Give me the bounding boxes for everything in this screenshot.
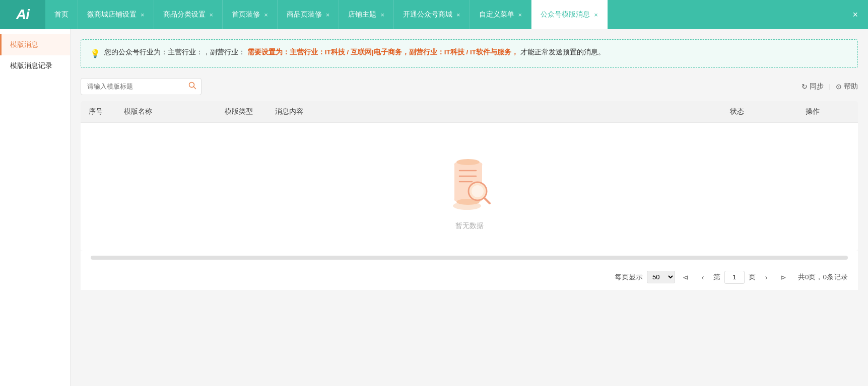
divider: | (829, 83, 831, 90)
page-last-button[interactable]: ⊳ (777, 271, 790, 284)
svg-point-3 (456, 159, 480, 165)
nav-tab-template-message[interactable]: 公众号模版消息 × (531, 0, 608, 29)
svg-line-1 (194, 87, 196, 89)
nav-tab-home[interactable]: 首页 (45, 0, 78, 29)
search-input-wrapper (81, 78, 202, 95)
table-col-type: 模版类型 (217, 101, 267, 123)
page-first-button[interactable]: ⊲ (679, 271, 692, 284)
svg-line-8 (484, 197, 490, 203)
close-icon[interactable]: × (141, 11, 145, 19)
page-label-post: 页 (749, 273, 756, 282)
close-all-button[interactable]: × (842, 10, 868, 20)
nav-tab-custom-menu[interactable]: 自定义菜单 × (470, 0, 532, 29)
pagination: 每页显示 50 10 20 100 ⊲ ‹ 第 页 › ⊳ 共0页，0条记录 (81, 265, 858, 290)
sidebar-item-template-message[interactable]: 模版消息 (0, 34, 70, 55)
help-icon: ⊙ (836, 83, 842, 91)
page-number-input[interactable] (724, 271, 745, 284)
sync-icon: ↻ (802, 83, 808, 91)
nav-tab-product-decor[interactable]: 商品页装修 × (278, 0, 340, 29)
page-next-button[interactable]: › (760, 271, 773, 284)
per-page-select[interactable]: 50 10 20 100 (647, 271, 675, 283)
scrollbar-row (81, 251, 858, 265)
top-nav: Ai 首页 微商城店铺设置 × 商品分类设置 × 首页装修 × 商品页装修 × … (0, 0, 868, 29)
empty-illustration (439, 153, 500, 213)
data-table: 序号 模版名称 模版类型 消息内容 状态 操作 (81, 101, 858, 251)
empty-state-row: 暂无数据 (81, 122, 858, 251)
svg-point-10 (472, 185, 484, 197)
empty-state: 暂无数据 (81, 123, 858, 251)
nav-tab-category-settings[interactable]: 商品分类设置 × (154, 0, 223, 29)
search-input[interactable] (81, 78, 202, 95)
help-button[interactable]: ⊙ 帮助 (836, 82, 858, 91)
close-icon[interactable]: × (380, 11, 384, 19)
table-col-content: 消息内容 (267, 101, 722, 123)
close-icon[interactable]: × (594, 11, 598, 19)
close-icon[interactable]: × (264, 11, 268, 19)
content-area: 💡 您的公众号行业为：主营行业：，副营行业： 需要设置为：主营行业：IT科技 /… (71, 29, 868, 386)
table-col-name: 模版名称 (116, 101, 217, 123)
horizontal-scrollbar[interactable] (91, 256, 848, 260)
close-icon[interactable]: × (210, 11, 214, 19)
page-total: 共0页，0条记录 (798, 273, 848, 282)
sidebar: 模版消息 模版消息记录 (0, 29, 71, 386)
page-label-pre: 第 (713, 273, 720, 282)
search-bar: ↻ 同步 | ⊙ 帮助 (81, 78, 858, 95)
per-page-label: 每页显示 (615, 273, 643, 282)
page-prev-button[interactable]: ‹ (696, 271, 709, 284)
table-col-action: 操作 (797, 101, 858, 123)
table-col-seq: 序号 (81, 101, 116, 123)
brand-logo: Ai (0, 0, 45, 29)
sync-button[interactable]: ↻ 同步 (802, 82, 824, 91)
nav-tab-home-decor[interactable]: 首页装修 × (223, 0, 278, 29)
main-layout: 模版消息 模版消息记录 💡 您的公众号行业为：主营行业：，副营行业： 需要设置为… (0, 29, 868, 386)
nav-tab-store-theme[interactable]: 店铺主题 × (339, 0, 394, 29)
notice-icon: 💡 (90, 47, 100, 60)
table-col-status: 状态 (722, 101, 797, 123)
nav-tab-open-mall[interactable]: 开通公众号商城 × (394, 0, 470, 29)
nav-tab-shop-settings[interactable]: 微商城店铺设置 × (78, 0, 154, 29)
table-header-row: 序号 模版名称 模版类型 消息内容 状态 操作 (81, 101, 858, 123)
sidebar-item-template-message-record[interactable]: 模版消息记录 (0, 55, 70, 76)
toolbar-right: ↻ 同步 | ⊙ 帮助 (802, 82, 858, 91)
notice-box: 💡 您的公众号行业为：主营行业：，副营行业： 需要设置为：主营行业：IT科技 /… (81, 39, 858, 68)
close-icon[interactable]: × (326, 11, 330, 19)
empty-text: 暂无数据 (81, 221, 858, 230)
close-icon[interactable]: × (518, 11, 522, 19)
search-button[interactable] (188, 82, 196, 92)
close-icon[interactable]: × (456, 11, 460, 19)
